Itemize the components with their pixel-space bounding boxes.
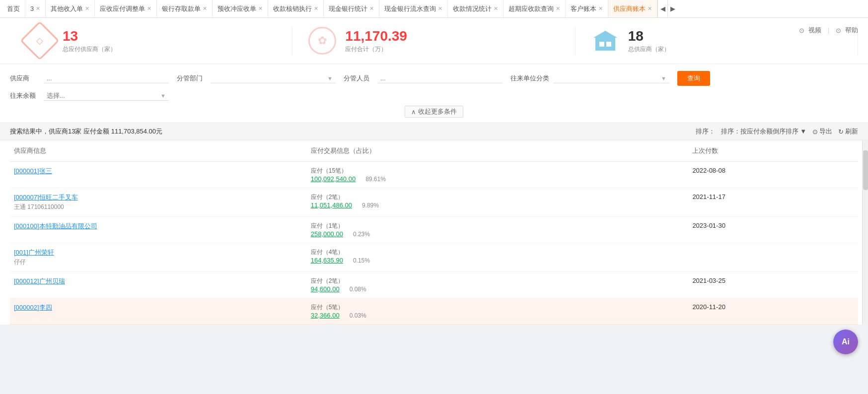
nav-tab-3[interactable]: 3 ✕ bbox=[25, 0, 46, 18]
shop-icon bbox=[590, 26, 620, 56]
nav-tab-prepay[interactable]: 预收冲应收单 ✕ bbox=[213, 0, 268, 18]
person-input[interactable] bbox=[380, 74, 500, 82]
nav-prev-arrow[interactable]: ◀ bbox=[657, 0, 667, 18]
nav-tab-other-income[interactable]: 其他收入单 ✕ bbox=[46, 0, 95, 18]
close-icon[interactable]: ✕ bbox=[556, 5, 560, 12]
table-row: [000002]李四应付（5笔）32,366.000.03%2020-11-20 bbox=[10, 298, 858, 325]
nav-tab-collection-stat[interactable]: 收款情况统计 ✕ bbox=[448, 0, 504, 18]
supplier-input[interactable] bbox=[47, 74, 166, 82]
scrollbar-thumb[interactable] bbox=[863, 150, 868, 190]
close-icon[interactable]: ✕ bbox=[598, 5, 603, 12]
nav-tab-home[interactable]: 首页 bbox=[2, 0, 25, 18]
result-text: 搜索结果中，供应商13家 应付金额 111,703,854.00元 bbox=[10, 128, 162, 135]
query-button[interactable]: 查询 bbox=[677, 71, 710, 86]
close-icon[interactable]: ✕ bbox=[648, 5, 652, 12]
summary-card-2: ✿ 11,170.39 应付合计（万） bbox=[292, 26, 575, 56]
th-supplier-info: 供应商信息 bbox=[10, 140, 307, 162]
filter-row-1: 供应商 分管部门 ▼ 分管人员 往来单位分类 ▼ bbox=[10, 71, 858, 86]
summary-text-1: 13 总应付供应商（家） bbox=[63, 28, 116, 54]
transaction-label: 应付（4笔） bbox=[311, 248, 685, 257]
close-icon[interactable]: ✕ bbox=[438, 5, 442, 12]
table-row: [001]广州荣轩仔仔应付（4笔）164,635.900.15% bbox=[10, 243, 858, 272]
nav-tab-cash-query[interactable]: 现金银行流水查询 ✕ bbox=[379, 0, 448, 18]
last-pay-cell: 2021-03-25 bbox=[688, 272, 858, 298]
nav-tab-cash-stat[interactable]: 现金银行统计 ✕ bbox=[324, 0, 379, 18]
supplier-link[interactable]: [000002]李四 bbox=[14, 304, 52, 311]
video-link[interactable]: 视频 bbox=[808, 26, 821, 35]
supplier-link[interactable]: [000007]恒旺二手叉车 bbox=[14, 194, 78, 201]
supplier-info-cell: [000001]张三 bbox=[10, 162, 307, 188]
transaction-label: 应付（15笔） bbox=[311, 167, 685, 175]
close-icon[interactable]: ✕ bbox=[85, 5, 89, 12]
transaction-info-cell: 应付（4笔）164,635.900.15% bbox=[307, 243, 689, 272]
top-nav: 首页 3 ✕ 其他收入单 ✕ 应收应付调整单 ✕ 银行存取款单 ✕ 预收冲应收单… bbox=[0, 0, 868, 18]
amount-value[interactable]: 258,000.00 bbox=[311, 230, 343, 238]
scrollbar[interactable] bbox=[862, 140, 868, 325]
nav-next-arrow[interactable]: ▶ bbox=[667, 0, 677, 18]
filter-dept: 分管部门 ▼ bbox=[177, 73, 336, 83]
export-button[interactable]: ⊙ 导出 bbox=[812, 127, 832, 136]
nav-tab-collection[interactable]: 收款核销执行 ✕ bbox=[268, 0, 324, 18]
total-suppliers-num: 18 bbox=[628, 28, 670, 45]
balance-dropdown-icon[interactable]: ▼ bbox=[160, 93, 166, 99]
close-icon[interactable]: ✕ bbox=[203, 5, 207, 12]
supplier-label: 供应商 bbox=[10, 74, 40, 83]
sort-select[interactable]: 排序：按应付余额倒序排序 ▼ bbox=[721, 127, 807, 136]
percent-value: 0.08% bbox=[350, 286, 366, 293]
supplier-info-cell: [000100]本特勤油品有限公司 bbox=[10, 217, 307, 243]
close-icon[interactable]: ✕ bbox=[369, 5, 374, 12]
amount-value[interactable]: 100,092,540.00 bbox=[311, 175, 356, 183]
supplier-link[interactable]: [000100]本特勤油品有限公司 bbox=[14, 222, 97, 230]
amount-value[interactable]: 32,366.00 bbox=[311, 312, 340, 319]
nav-tab-bank-deposit[interactable]: 银行存取款单 ✕ bbox=[157, 0, 213, 18]
supplier-info-cell: [000012]广州贝瑞 bbox=[10, 272, 307, 298]
category-input[interactable] bbox=[556, 74, 661, 82]
summary-card-1: ◇ 13 总应付供应商（家） bbox=[10, 26, 292, 56]
supplier-link[interactable]: [000001]张三 bbox=[14, 167, 52, 175]
sort-dropdown-icon[interactable]: ▼ bbox=[800, 128, 806, 135]
close-icon[interactable]: ✕ bbox=[314, 5, 318, 12]
dept-input[interactable] bbox=[214, 74, 327, 82]
nav-tab-supplier[interactable]: 供应商账本 ✕ bbox=[608, 0, 657, 18]
close-icon[interactable]: ✕ bbox=[258, 5, 263, 12]
amount-value[interactable]: 94,600.00 bbox=[311, 285, 340, 293]
collapse-button[interactable]: ∧ 收起更多条件 bbox=[405, 106, 463, 118]
supplier-link[interactable]: [001]广州荣轩 bbox=[14, 249, 54, 256]
collapse-label: 收起更多条件 bbox=[418, 107, 457, 116]
transaction-info-cell: 应付（2笔）94,600.000.08% bbox=[307, 272, 689, 298]
supplier-sub-info: 仔仔 bbox=[14, 258, 303, 266]
supplier-sub-info: 王通 17106110000 bbox=[14, 203, 303, 211]
table-header-row: 供应商信息 应付交易信息（占比） 上次付数 bbox=[10, 140, 858, 162]
balance-input[interactable] bbox=[47, 92, 160, 99]
result-bar: 搜索结果中，供应商13家 应付金额 111,703,854.00元 排序： 排序… bbox=[0, 123, 868, 140]
close-icon[interactable]: ✕ bbox=[494, 5, 498, 12]
category-dropdown-icon[interactable]: ▼ bbox=[661, 75, 666, 81]
person-label: 分管人员 bbox=[344, 74, 373, 83]
close-icon[interactable]: ✕ bbox=[147, 5, 151, 12]
total-suppliers-label: 总供应商（家） bbox=[628, 45, 670, 54]
total-payable-suppliers-label: 总应付供应商（家） bbox=[63, 45, 116, 54]
supplier-link[interactable]: [000012]广州贝瑞 bbox=[14, 277, 65, 285]
transaction-info-cell: 应付（5笔）32,366.000.03% bbox=[307, 298, 689, 325]
table-row: [000012]广州贝瑞应付（2笔）94,600.000.08%2021-03-… bbox=[10, 272, 858, 298]
top-right-links: ⊙ 视频 ｜ ⊙ 帮助 bbox=[799, 26, 858, 35]
amount-value[interactable]: 11,051,486.00 bbox=[311, 201, 352, 209]
help-link[interactable]: 帮助 bbox=[845, 26, 858, 35]
amount-value[interactable]: 164,635.90 bbox=[311, 257, 343, 264]
last-pay-cell bbox=[688, 243, 858, 272]
dept-input-wrapper: ▼ bbox=[211, 73, 336, 83]
balance-input-wrapper: ▼ bbox=[44, 91, 169, 101]
close-icon[interactable]: ✕ bbox=[36, 5, 40, 12]
refresh-button[interactable]: ↻ 刷新 bbox=[838, 127, 858, 136]
transaction-info-cell: 应付（15笔）100,092,540.0089.61% bbox=[307, 162, 689, 188]
nav-tab-adjust[interactable]: 应收应付调整单 ✕ bbox=[95, 0, 157, 18]
transaction-info-cell: 应付（2笔）11,051,486.009.89% bbox=[307, 188, 689, 217]
nav-tab-customer[interactable]: 客户账本 ✕ bbox=[566, 0, 608, 18]
nav-tab-overdue[interactable]: 超期应收款查询 ✕ bbox=[504, 0, 566, 18]
percent-value: 9.89% bbox=[362, 202, 379, 209]
filter-supplier: 供应商 bbox=[10, 73, 169, 83]
category-label: 往来单位分类 bbox=[510, 74, 549, 83]
dept-dropdown-icon[interactable]: ▼ bbox=[327, 75, 333, 81]
diamond-icon: ◇ bbox=[25, 26, 55, 56]
th-last-pay: 上次付数 bbox=[688, 140, 858, 162]
